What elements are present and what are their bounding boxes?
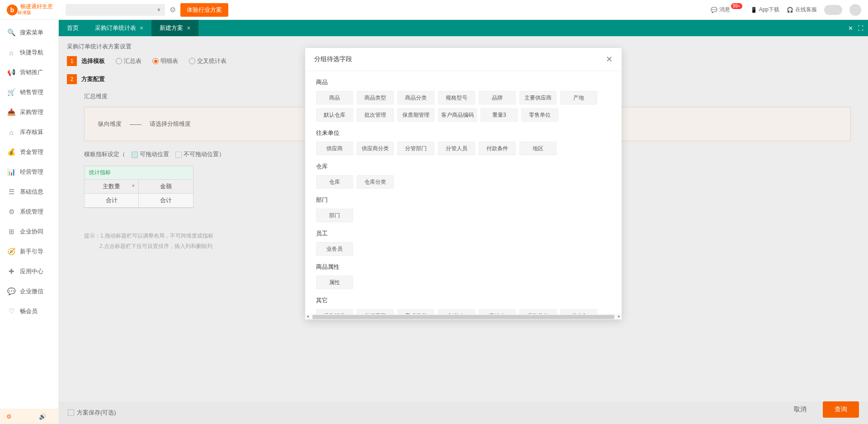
field-chip[interactable]: 供应商: [316, 142, 353, 155]
sidebar-item-label: 资金管理: [20, 148, 43, 156]
sidebar-item-0[interactable]: 🔍搜索菜单: [0, 23, 58, 43]
sidebar-icon: ✚: [7, 267, 15, 276]
sidebar-item-label: 营销推广: [20, 68, 43, 76]
sidebar-item-5[interactable]: ⌂库存核算: [0, 122, 58, 142]
field-group-title: 商品: [316, 78, 619, 86]
sidebar-item-8[interactable]: ☰基础信息: [0, 182, 58, 202]
field-chip[interactable]: 仓库: [316, 175, 353, 189]
field-chip[interactable]: 分管部门: [397, 142, 434, 155]
field-chip[interactable]: 默认仓库: [316, 108, 353, 122]
sidebar-item-label: 库存核算: [20, 128, 43, 136]
sidebar-item-label: 经营管理: [20, 168, 43, 176]
sidebar-item-13[interactable]: 💬企业微信: [0, 281, 58, 301]
sidebar-item-10[interactable]: ⊞企业协同: [0, 222, 58, 242]
field-group-title: 部门: [316, 196, 619, 204]
field-chip[interactable]: 分管人员: [438, 142, 475, 155]
app-name: 畅捷通好生意: [20, 4, 53, 10]
field-group-3: 部门部门: [316, 196, 619, 222]
edition: 标准版: [18, 10, 53, 16]
sidebar-item-label: 畅会员: [20, 307, 38, 315]
field-chip[interactable]: 供应商分类: [357, 142, 394, 155]
field-chip[interactable]: 业务员: [316, 242, 353, 256]
field-chip[interactable]: 仓库分类: [357, 175, 394, 189]
field-chip[interactable]: 客户商品编码: [438, 108, 477, 122]
settings-icon[interactable]: ⚙: [6, 413, 12, 420]
close-icon[interactable]: ✕: [606, 54, 613, 64]
field-chip[interactable]: 属性: [316, 276, 353, 289]
sidebar-item-12[interactable]: ✚应用中心: [0, 262, 58, 281]
avatar[interactable]: [849, 4, 861, 16]
message-icon: 💬: [711, 7, 717, 13]
online-service-link[interactable]: 🎧 在线客服: [787, 6, 817, 14]
msg-badge: 99+: [731, 3, 742, 9]
gear-icon[interactable]: ⚙: [170, 5, 176, 14]
field-chip[interactable]: 重量3: [481, 108, 518, 122]
app-download-link[interactable]: 📱 App下载: [750, 6, 779, 14]
field-chip[interactable]: 商品分类: [397, 91, 434, 105]
field-chip[interactable]: 商品: [316, 91, 353, 105]
sidebar-icon: 💬: [7, 287, 15, 295]
sidebar-icon: 📥: [7, 108, 15, 116]
field-chip[interactable]: 采购单位: [519, 309, 557, 314]
sidebar-icon: 🧭: [7, 248, 15, 256]
field-chip[interactable]: 规格型号: [438, 91, 475, 105]
logo: b 畅捷通好生意 标准版: [7, 4, 66, 16]
sidebar-item-7[interactable]: 📊经营管理: [0, 162, 58, 182]
sidebar-item-6[interactable]: 💰资金管理: [0, 142, 58, 162]
field-chip[interactable]: 完成状态: [397, 309, 434, 314]
horizontal-scrollbar[interactable]: [305, 314, 622, 319]
sidebar-item-1[interactable]: ⌂快捷导航: [0, 43, 58, 62]
field-chip[interactable]: 批次管理: [357, 108, 394, 122]
sidebar-item-label: 销售管理: [20, 88, 43, 96]
sidebar-footer: ⚙ 🔊: [0, 409, 58, 424]
sidebar-item-label: 搜索菜单: [20, 29, 43, 37]
field-chip[interactable]: 产地: [560, 91, 597, 105]
sidebar-item-4[interactable]: 📥采购管理: [0, 102, 58, 122]
field-group-5: 商品属性属性: [316, 263, 619, 289]
field-chip[interactable]: 付款条件: [479, 142, 516, 155]
field-chip[interactable]: 地区: [519, 142, 557, 155]
sidebar-icon: ⌂: [7, 48, 15, 57]
field-chip[interactable]: 部门: [316, 209, 353, 222]
header-right: 💬 消息 99+ 📱 App下载 🎧 在线客服: [711, 4, 861, 16]
field-chip[interactable]: 审核人: [479, 309, 516, 314]
field-group-2: 仓库仓库仓库分类: [316, 162, 619, 189]
modal-overlay: 分组待选字段 ✕ 商品商品商品类型商品分类规格型号品牌主要供应商产地默认仓库批次…: [59, 20, 868, 424]
mobile-icon: 📱: [750, 7, 757, 13]
sidebar-icon: 📢: [7, 68, 15, 76]
sidebar-icon: ♡: [7, 307, 15, 315]
headset-icon: 🎧: [787, 7, 793, 13]
sidebar-item-label: 快捷导航: [20, 48, 43, 57]
notification-pill[interactable]: [824, 5, 842, 15]
sidebar-icon: 📊: [7, 168, 15, 176]
sidebar-icon: 🛒: [7, 88, 15, 96]
logo-icon: b: [7, 5, 18, 15]
sidebar-item-14[interactable]: ♡畅会员: [0, 301, 58, 321]
sidebar-item-label: 应用中心: [20, 267, 43, 276]
sidebar-icon: 🔍: [7, 29, 15, 37]
field-group-4: 员工业务员: [316, 229, 619, 256]
field-chip[interactable]: 单位2: [560, 309, 597, 314]
sidebar-icon: ⚙: [7, 208, 15, 216]
field-chip[interactable]: 保质期管理: [397, 108, 434, 122]
try-demo-button[interactable]: 体验行业方案: [180, 3, 228, 17]
sidebar: 🔍搜索菜单⌂快捷导航📢营销推广🛒销售管理📥采购管理⌂库存核算💰资金管理📊经营管理…: [0, 20, 59, 424]
field-chip[interactable]: 制单人: [438, 309, 475, 314]
field-chip[interactable]: 采购订单: [316, 309, 353, 314]
sidebar-item-2[interactable]: 📢营销推广: [0, 62, 58, 82]
sidebar-item-3[interactable]: 🛒销售管理: [0, 82, 58, 102]
field-chip[interactable]: 商品类型: [357, 91, 394, 105]
sidebar-item-11[interactable]: 🧭新手引导: [0, 242, 58, 262]
field-chip[interactable]: 品牌: [479, 91, 516, 105]
company-select[interactable]: [66, 4, 165, 16]
field-chip[interactable]: 零售单位: [521, 108, 558, 122]
sidebar-item-label: 基础信息: [20, 188, 43, 196]
sound-icon[interactable]: 🔊: [39, 413, 46, 420]
sidebar-icon: 💰: [7, 148, 15, 156]
field-chip[interactable]: 单据日期: [357, 309, 394, 314]
field-chip[interactable]: 主要供应商: [519, 91, 557, 105]
field-group-1: 往来单位供应商供应商分类分管部门分管人员付款条件地区: [316, 129, 619, 155]
sidebar-item-9[interactable]: ⚙系统管理: [0, 202, 58, 222]
field-group-title: 员工: [316, 229, 619, 238]
messages-link[interactable]: 💬 消息 99+: [711, 6, 743, 14]
